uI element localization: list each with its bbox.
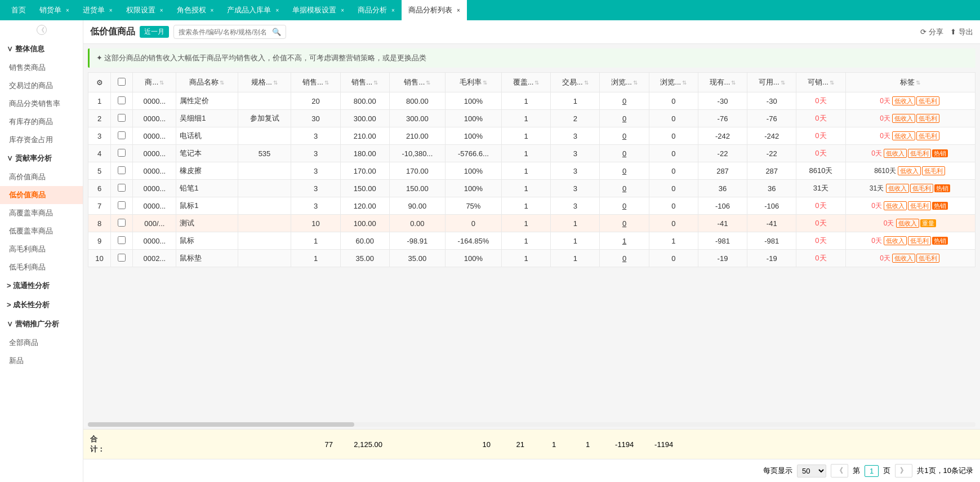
nav-roles[interactable]: 角色授权 × (170, 0, 221, 20)
col-gross-rate[interactable]: 毛利率⇅ (445, 73, 501, 92)
first-page-btn[interactable]: 《 (831, 464, 848, 477)
sidebar-item-new-products[interactable]: 新品 (0, 352, 83, 370)
row-browse1[interactable]: 0 (600, 145, 649, 162)
row-checkbox[interactable] (111, 215, 133, 232)
row-select[interactable] (118, 201, 126, 209)
row-current-stock: -22 (698, 145, 747, 162)
nav-products[interactable]: 产成品入库单 × (220, 0, 286, 20)
row-checkbox[interactable] (111, 197, 133, 215)
row-select[interactable] (118, 236, 126, 244)
scroll-bar-thumb[interactable] (88, 422, 354, 427)
row-browse1[interactable]: 0 (600, 180, 649, 197)
nav-purchase-close[interactable]: × (109, 7, 113, 14)
row-checkbox[interactable] (111, 127, 133, 145)
row-sellable-stock: 0天 (796, 215, 845, 232)
nav-analysis-list-close[interactable]: × (457, 7, 460, 14)
share-button[interactable]: ⟳ 分享 (920, 27, 943, 37)
sidebar-item-all-products[interactable]: 全部商品 (0, 334, 83, 352)
sidebar-item-high-value[interactable]: 高价值商品 (0, 168, 83, 186)
row-checkbox[interactable] (111, 162, 133, 180)
row-select[interactable] (118, 166, 126, 174)
search-icon[interactable]: 🔍 (272, 28, 281, 36)
sidebar-item-high-coverage[interactable]: 高覆盖率商品 (0, 204, 83, 222)
row-select[interactable] (118, 114, 126, 122)
nav-home[interactable]: 首页 (5, 0, 33, 20)
nav-analysis-close[interactable]: × (391, 7, 395, 14)
sidebar-group-contribution[interactable]: ∨ 贡献率分析 (0, 149, 83, 168)
sidebar-item-high-profit[interactable]: 高毛利商品 (0, 240, 83, 258)
row-browse1[interactable]: 0 (600, 215, 649, 232)
sidebar-group-growth[interactable]: > 成长性分析 (0, 295, 83, 315)
col-sales2[interactable]: 销售...⇅ (340, 73, 389, 92)
export-button[interactable]: ⬆ 导出 (950, 27, 973, 37)
nav-templates-close[interactable]: × (341, 7, 344, 14)
row-browse1[interactable]: 0 (600, 162, 649, 180)
sidebar-item-traded-products[interactable]: 交易过的商品 (0, 77, 83, 95)
row-select[interactable] (118, 219, 126, 227)
sidebar-group-flow[interactable]: > 流通性分析 (0, 276, 83, 295)
nav-permissions-close[interactable]: × (160, 7, 163, 14)
col-spec[interactable]: 规格...⇅ (238, 73, 291, 92)
nav-templates[interactable]: 单据模板设置 × (286, 0, 351, 20)
nav-permissions[interactable]: 权限设置 × (119, 0, 170, 20)
row-select[interactable] (118, 149, 126, 157)
row-browse1[interactable]: 0 (600, 110, 649, 127)
col-current-stock[interactable]: 现有...⇅ (698, 73, 747, 92)
col-name[interactable]: 商品名称⇅ (176, 73, 238, 92)
per-page-select[interactable]: 50 100 200 (797, 465, 826, 477)
col-settings[interactable]: ⚙ (88, 73, 111, 92)
row-select[interactable] (118, 96, 126, 104)
sidebar-item-category-rate[interactable]: 商品分类销售率 (0, 95, 83, 113)
sidebar-group-overall[interactable]: ∨ 整体信息 (0, 39, 83, 59)
select-all-checkbox[interactable] (118, 78, 126, 86)
nav-sales-close[interactable]: × (66, 7, 69, 14)
col-sellable-stock[interactable]: 可销...⇅ (796, 73, 845, 92)
col-sales3[interactable]: 销售...⇅ (389, 73, 445, 92)
sidebar-item-stock-fund[interactable]: 库存资金占用 (0, 131, 83, 149)
row-browse1[interactable]: 0 (600, 197, 649, 215)
col-available-stock[interactable]: 可用...⇅ (747, 73, 796, 92)
nav-roles-close[interactable]: × (211, 7, 214, 14)
nav-purchase[interactable]: 进货单 × (76, 0, 119, 20)
row-browse1[interactable]: 0 (600, 127, 649, 145)
col-transaction[interactable]: 交易...⇅ (551, 73, 600, 92)
row-select[interactable] (118, 131, 126, 139)
page-title: 低价值商品 (90, 26, 135, 38)
row-checkbox[interactable] (111, 92, 133, 110)
row-browse1[interactable]: 0 (600, 92, 649, 110)
nav-products-close[interactable]: × (275, 7, 279, 14)
sidebar-item-low-profit[interactable]: 低毛利商品 (0, 258, 83, 276)
row-checkbox[interactable] (111, 145, 133, 162)
row-browse1[interactable]: 1 (600, 232, 649, 250)
row-checkbox[interactable] (111, 180, 133, 197)
sidebar-item-low-coverage[interactable]: 低覆盖率商品 (0, 222, 83, 240)
search-box[interactable]: 🔍 (173, 25, 286, 39)
col-code[interactable]: 商...⇅ (133, 73, 176, 92)
row-sales1: 1 (291, 232, 340, 250)
row-checkbox[interactable] (111, 110, 133, 127)
row-checkbox[interactable] (111, 250, 133, 267)
col-checkbox[interactable] (111, 73, 133, 92)
nav-sales[interactable]: 销货单 × (33, 0, 76, 20)
col-coverage[interactable]: 覆盖...⇅ (501, 73, 550, 92)
row-browse1[interactable]: 0 (600, 250, 649, 267)
nav-analysis-list[interactable]: 商品分析列表 × (402, 0, 467, 20)
sidebar-item-low-value[interactable]: 低价值商品 (0, 186, 83, 204)
sidebar-item-sales-products[interactable]: 销售类商品 (0, 59, 83, 77)
total-col6: 1 (537, 440, 571, 449)
search-input[interactable] (179, 28, 270, 36)
row-select[interactable] (118, 184, 126, 192)
sidebar-item-stock-products[interactable]: 有库存的商品 (0, 113, 83, 131)
sidebar-group-marketing[interactable]: ∨ 营销推广分析 (0, 315, 83, 334)
nav-analysis[interactable]: 商品分析 × (351, 0, 402, 20)
col-sales1[interactable]: 销售...⇅ (291, 73, 340, 92)
last-page-btn[interactable]: 》 (895, 464, 912, 477)
col-tags[interactable]: 标签⇅ (845, 73, 975, 92)
tag-label: 低收入 (898, 166, 921, 175)
filter-tag[interactable]: 近一月 (140, 26, 169, 38)
row-checkbox[interactable] (111, 232, 133, 250)
col-browse1[interactable]: 浏览...⇅ (600, 73, 649, 92)
row-select[interactable] (118, 254, 126, 262)
sidebar-collapse-btn[interactable]: 《 (37, 25, 47, 35)
col-browse2[interactable]: 浏览...⇅ (649, 73, 698, 92)
